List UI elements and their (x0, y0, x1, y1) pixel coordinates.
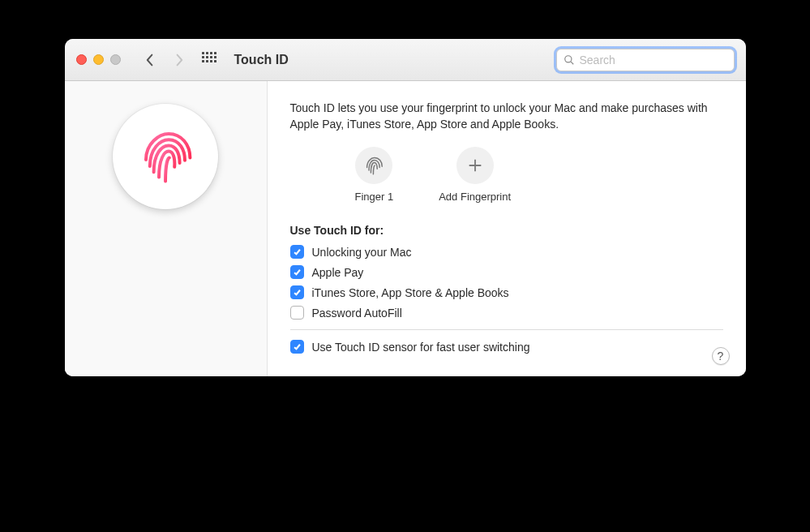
search-field-container[interactable] (556, 49, 735, 71)
option-apple-pay[interactable]: Apple Pay (290, 265, 723, 279)
fingerprint-list: Finger 1 Add Fingerprint (355, 147, 723, 203)
titlebar: Touch ID (65, 39, 746, 81)
option-fast-user-switching[interactable]: Use Touch ID sensor for fast user switch… (290, 340, 723, 354)
window-title: Touch ID (234, 53, 289, 67)
checkbox[interactable] (290, 340, 304, 354)
zoom-window-button[interactable] (110, 54, 121, 65)
intro-text: Touch ID lets you use your fingerprint t… (290, 101, 723, 132)
checkbox[interactable] (290, 245, 304, 259)
content-body: Touch ID lets you use your fingerprint t… (65, 81, 746, 376)
sidebar (65, 81, 268, 376)
close-window-button[interactable] (76, 54, 87, 65)
forward-button[interactable] (168, 49, 191, 71)
back-button[interactable] (139, 49, 161, 71)
plus-icon (456, 147, 494, 184)
fingerprint-icon (133, 124, 198, 189)
add-fingerprint-button[interactable]: Add Fingerprint (439, 147, 511, 203)
option-label: Unlocking your Mac (312, 246, 412, 259)
divider (290, 329, 723, 330)
svg-line-1 (571, 62, 573, 64)
fingerprint-item[interactable]: Finger 1 (355, 147, 394, 203)
show-all-icon[interactable] (202, 52, 218, 68)
option-label: Apple Pay (312, 266, 364, 279)
touch-id-pane-icon (113, 104, 218, 209)
add-fingerprint-label: Add Fingerprint (439, 191, 511, 203)
main-content: Touch ID lets you use your fingerprint t… (268, 81, 746, 376)
option-stores[interactable]: iTunes Store, App Store & Apple Books (290, 285, 723, 299)
use-touch-id-heading: Use Touch ID for: (290, 224, 723, 237)
option-autofill[interactable]: Password AutoFill (290, 306, 723, 320)
svg-point-0 (564, 55, 571, 62)
search-input[interactable] (580, 54, 727, 66)
checkbox[interactable] (290, 306, 304, 320)
option-label: Use Touch ID sensor for fast user switch… (312, 341, 530, 354)
minimize-window-button[interactable] (93, 54, 104, 65)
help-button[interactable]: ? (712, 347, 730, 365)
window-controls (76, 54, 121, 65)
fingerprint-label: Finger 1 (355, 191, 394, 203)
option-label: iTunes Store, App Store & Apple Books (312, 286, 509, 299)
checkbox[interactable] (290, 285, 304, 299)
checkbox[interactable] (290, 265, 304, 279)
option-label: Password AutoFill (312, 307, 402, 320)
preferences-window: Touch ID (65, 39, 746, 376)
option-unlock-mac[interactable]: Unlocking your Mac (290, 245, 723, 259)
fingerprint-icon (355, 147, 392, 184)
search-icon (564, 54, 575, 66)
